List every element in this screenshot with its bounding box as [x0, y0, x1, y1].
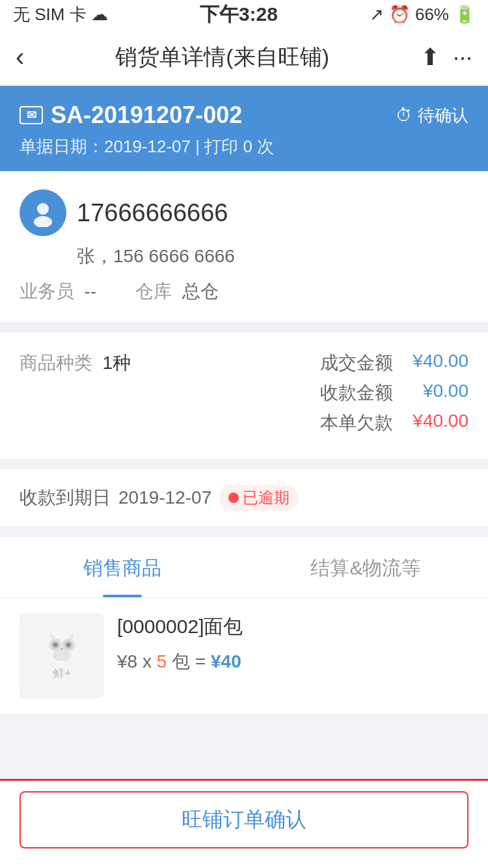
product-price-formula: ¥8 x 5 包 = ¥40: [117, 649, 468, 674]
product-types-label: 商品种类: [20, 353, 92, 373]
overdue-dot-icon: [228, 493, 239, 503]
transaction-row: 成交金额 ¥40.00: [320, 351, 468, 375]
avatar: [20, 189, 66, 236]
product-name: [0000002]面包: [117, 614, 468, 640]
clock-icon: ⏱: [396, 105, 413, 126]
product-total: ¥40: [211, 651, 241, 671]
debt-row: 本单欠款 ¥40.00: [320, 411, 468, 435]
status-left: 无 SIM 卡 ☁: [13, 3, 108, 26]
status-right: ↗ ⏰ 66% 🔋: [370, 5, 475, 25]
order-date: 单据日期：2019-12-07 | 打印 0 次: [20, 135, 468, 158]
nav-icons: ⬆ ···: [420, 44, 472, 71]
product-info: [0000002]面包 ¥8 x 5 包 = ¥40: [117, 614, 468, 674]
svg-point-6: [53, 643, 57, 647]
amounts-right: 成交金额 ¥40.00 收款金额 ¥0.00 本单欠款 ¥40.00: [320, 351, 468, 441]
product-item: 鲜+ [0000002]面包 ¥8 x 5 包 = ¥40: [0, 598, 488, 714]
equals-sign: =: [195, 651, 211, 671]
multiply-sign: x: [142, 651, 157, 671]
svg-point-1: [34, 216, 52, 227]
customer-name: 张，156 6666 6666: [77, 244, 468, 269]
tabs-section: 销售商品 结算&物流等: [0, 537, 488, 714]
order-header: ✉ SA-20191207-002 ⏱ 待确认 单据日期：2019-12-07 …: [0, 86, 488, 171]
customer-row: 17666666666: [20, 189, 468, 236]
order-icon: ✉: [20, 106, 43, 124]
logo-text: 鲜+: [53, 666, 72, 681]
due-date-value: 2019-12-07: [118, 487, 211, 508]
transaction-value: ¥40.00: [413, 351, 468, 375]
nav-bar: ‹ 销货单详情(来自旺铺) ⬆ ···: [0, 29, 488, 86]
battery-status: 66%: [415, 5, 449, 25]
product-types: 商品种类 1种: [20, 351, 131, 375]
status-time: 下午3:28: [200, 1, 278, 28]
svg-marker-10: [49, 633, 55, 638]
share-icon[interactable]: ⬆: [420, 44, 440, 71]
order-id-row: ✉ SA-20191207-002 ⏱ 待确认: [20, 102, 468, 129]
svg-point-7: [66, 643, 70, 647]
battery-icon: 🔋: [454, 5, 475, 25]
svg-point-8: [53, 649, 71, 661]
transaction-label: 成交金额: [320, 351, 393, 375]
salesperson-label-text: 业务员: [20, 281, 74, 301]
warehouse-value: 总仓: [182, 281, 219, 301]
customer-meta: 业务员 -- 仓库 总仓: [20, 279, 468, 304]
product-logo: 鲜+: [42, 631, 81, 681]
debt-value: ¥40.00: [413, 411, 468, 435]
amount-section: 商品种类 1种 成交金额 ¥40.00 收款金额 ¥0.00 本单欠款 ¥40.…: [0, 332, 488, 459]
tab-sales-product[interactable]: 销售商品: [0, 537, 244, 597]
overdue-badge: 已逾期: [219, 485, 299, 511]
tab-settlement[interactable]: 结算&物流等: [244, 537, 488, 597]
tabs-row: 销售商品 结算&物流等: [0, 537, 488, 598]
order-id-text: SA-20191207-002: [51, 102, 242, 129]
order-id: ✉ SA-20191207-002: [20, 102, 242, 129]
price-value: ¥8: [117, 651, 137, 671]
more-icon[interactable]: ···: [453, 44, 472, 71]
product-types-value: 1种: [103, 353, 131, 373]
due-date-label: 收款到期日: [20, 485, 111, 510]
back-button[interactable]: ‹: [16, 42, 24, 72]
svg-point-0: [37, 203, 49, 215]
warehouse-label: 仓库 总仓: [135, 279, 219, 304]
svg-marker-11: [69, 633, 74, 638]
debt-label: 本单欠款: [320, 411, 393, 435]
payment-value: ¥0.00: [423, 381, 468, 405]
warehouse-label-text: 仓库: [135, 281, 172, 301]
customer-section: 17666666666 张，156 6666 6666 业务员 -- 仓库 总仓: [0, 171, 488, 322]
status-bar: 无 SIM 卡 ☁ 下午3:28 ↗ ⏰ 66% 🔋: [0, 0, 488, 29]
bottom-bar: 旺铺订单确认: [0, 779, 488, 868]
sim-status: 无 SIM 卡 ☁: [13, 3, 108, 26]
salesperson-label: 业务员 --: [20, 279, 96, 304]
payment-label: 收款金额: [320, 381, 393, 405]
product-unit: 包: [172, 651, 190, 671]
confirm-order-button[interactable]: 旺铺订单确认: [20, 791, 468, 848]
order-status: ⏱ 待确认: [396, 104, 468, 127]
product-quantity: 5: [157, 651, 167, 671]
salesperson-value: --: [85, 281, 97, 301]
alarm-icon: ⏰: [389, 5, 410, 25]
location-icon: ↗: [370, 5, 384, 25]
due-section: 收款到期日 2019-12-07 已逾期: [0, 469, 488, 526]
page-title: 销货单详情(来自旺铺): [115, 42, 329, 72]
product-thumbnail: 鲜+: [20, 614, 104, 698]
payment-row: 收款金额 ¥0.00: [320, 381, 468, 405]
customer-phone: 17666666666: [77, 199, 228, 227]
overdue-text: 已逾期: [243, 487, 290, 508]
order-status-text: 待确认: [418, 104, 468, 127]
